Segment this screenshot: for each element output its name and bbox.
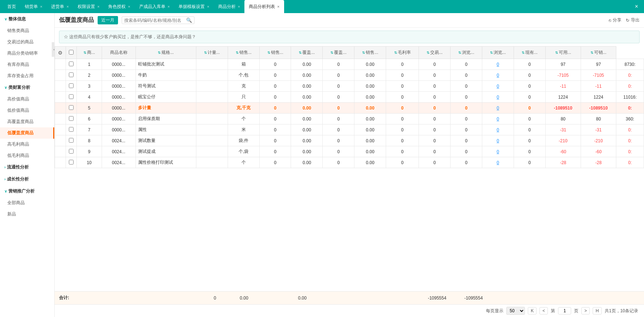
td-browse1[interactable]: 0 [482, 157, 514, 168]
close-icon-role[interactable]: × [128, 4, 130, 9]
sidebar-collapse-btn[interactable]: « [52, 42, 55, 57]
sidebar-item-high-value[interactable]: 高价值商品 [0, 94, 54, 105]
nav-item-home[interactable]: 首页 [3, 0, 20, 13]
nav-item-finished[interactable]: 产成品入库单 × [135, 0, 174, 13]
td-sales2: 0.00 [291, 124, 323, 135]
td-sales2: 0.00 [291, 103, 323, 114]
select-all-checkbox[interactable] [69, 50, 74, 55]
td-checkbox[interactable] [66, 146, 77, 157]
td-cover1: 0 [323, 146, 354, 157]
td-browse1[interactable]: 0 [482, 114, 514, 124]
close-icon-finished[interactable]: × [168, 4, 170, 9]
th-stock1[interactable]: ⇅现有... [514, 47, 545, 59]
td-checkbox[interactable] [66, 157, 77, 168]
th-stock3[interactable]: ⇅可销... [581, 47, 616, 59]
table-row: 6 0000... 启用保质期 个 0 0.00 0 0.00 0 0 0 0 … [55, 114, 644, 124]
th-code[interactable]: ⇅商... [77, 47, 102, 59]
sidebar-section-growth[interactable]: › 成长性分析 [0, 173, 54, 185]
table-wrapper[interactable]: ⚙ ⇅商... 商品名称 ⇅规格... ⇅计量... ⇅销售... ⇅销售...… [55, 46, 644, 291]
next-page-btn[interactable]: > [581, 307, 590, 314]
sidebar-section-wealth[interactable]: ∨ 类财富分析 [0, 82, 54, 94]
sidebar-item-low-value[interactable]: 低价值商品 [0, 105, 54, 116]
th-checkbox[interactable] [66, 47, 77, 59]
page-input[interactable] [558, 307, 571, 314]
sidebar-section-circulation[interactable]: › 流通性分析 [0, 161, 54, 173]
first-page-btn[interactable]: K [528, 307, 537, 314]
sidebar-section-overall[interactable]: ∨ 整体信息 [0, 13, 54, 25]
sidebar-item-category-rate[interactable]: 商品分类动销率 [0, 48, 54, 59]
th-cover2[interactable]: ⇅覆盖... [323, 47, 354, 59]
sidebar-item-traded-goods[interactable]: 交易过的商品 [0, 36, 54, 48]
prev-page-btn[interactable]: < [539, 307, 548, 314]
nav-item-template[interactable]: 单据模板设置 × [174, 0, 213, 13]
td-checkbox[interactable] [66, 92, 77, 103]
close-icon-permission[interactable]: × [97, 4, 99, 9]
nav-item-purchase[interactable]: 进货单 × [47, 0, 73, 13]
td-checkbox[interactable] [66, 59, 77, 70]
nav-item-role[interactable]: 角色授权 × [104, 0, 134, 13]
sidebar-item-high-coverage[interactable]: 高覆盖度商品 [0, 116, 54, 127]
gear-icon[interactable]: ⚙ [58, 50, 63, 56]
th-gear[interactable]: ⚙ [55, 47, 66, 59]
td-sales3: 0 [386, 135, 419, 146]
sidebar-item-high-profit[interactable]: 高毛利商品 [0, 139, 54, 150]
th-browse1[interactable]: ⇅浏览... [451, 47, 482, 59]
page-size-select[interactable]: 50 20 100 200 [506, 307, 525, 315]
td-browse1[interactable]: 0 [482, 81, 514, 92]
td-checkbox[interactable] [66, 103, 77, 114]
close-icon-sales[interactable]: × [40, 4, 42, 9]
sidebar-item-in-stock[interactable]: 有库存商品 [0, 59, 54, 70]
nav-item-analysis-list[interactable]: 商品分析列表 × [244, 0, 284, 13]
share-btn[interactable]: ⎋ 分享 [609, 17, 621, 23]
td-no: 2 [77, 70, 102, 81]
nav-item-sales[interactable]: 销货单 × [20, 0, 47, 13]
th-sales2[interactable]: ⇅销售... [259, 47, 291, 59]
th-stock2[interactable]: ⇅可用... [545, 47, 581, 59]
th-spec[interactable]: ⇅规格... [136, 47, 196, 59]
close-icon-analysis[interactable]: × [238, 4, 240, 9]
td-browse1[interactable]: 0 [482, 135, 514, 146]
td-checkbox[interactable] [66, 81, 77, 92]
td-browse1[interactable]: 0 [482, 59, 514, 70]
td-stock3: 0: [616, 103, 644, 114]
td-browse1[interactable]: 0 [482, 103, 514, 114]
th-browse2[interactable]: ⇅浏览... [482, 47, 514, 59]
content-area: 低覆盖度商品 近一月 🔍 ⎋ 分享 ↻ 导出 ☆ 这些商品只有很少客户购买过，是… [55, 13, 644, 317]
sidebar-section-marketing[interactable]: ∨ 营销推广分析 [0, 185, 54, 197]
td-browse1[interactable]: 0 [482, 70, 514, 81]
td-checkbox[interactable] [66, 135, 77, 146]
close-icon-purchase[interactable]: × [66, 4, 68, 9]
export-btn[interactable]: ↻ 导出 [626, 17, 640, 23]
sidebar-item-all-goods[interactable]: 全部商品 [0, 197, 54, 209]
th-trade[interactable]: ⇅交易... [419, 47, 451, 59]
th-sales1[interactable]: ⇅销售... [228, 47, 259, 59]
close-icon-template[interactable]: × [207, 4, 209, 9]
td-browse1[interactable]: 0 [482, 146, 514, 157]
nav-item-permission[interactable]: 权限设置 × [73, 0, 104, 13]
td-cover1: 0 [323, 124, 354, 135]
nav-item-analysis[interactable]: 商品分析 × [214, 0, 244, 13]
search-input[interactable] [124, 18, 186, 23]
td-checkbox[interactable] [66, 124, 77, 135]
sidebar-item-new-goods[interactable]: 新品 [0, 209, 54, 220]
td-checkbox[interactable] [66, 70, 77, 81]
td-sales1: 0 [259, 70, 291, 81]
sidebar-item-capital[interactable]: 库存资金占用 [0, 70, 54, 82]
td-browse1[interactable]: 0 [482, 92, 514, 103]
th-cover1[interactable]: ⇅覆盖... [291, 47, 323, 59]
sidebar-item-sales-goods[interactable]: 销售类商品 [0, 25, 54, 36]
period-btn[interactable]: 近一月 [98, 16, 118, 24]
nav-label-home: 首页 [7, 4, 16, 10]
last-page-btn[interactable]: H [593, 307, 602, 314]
sidebar-item-low-coverage[interactable]: 低覆盖度商品 [0, 127, 54, 139]
sidebar-item-low-profit[interactable]: 低毛利商品 [0, 150, 54, 161]
th-name: 商品名称 [102, 47, 136, 59]
th-gross[interactable]: ⇅毛利率 [386, 47, 419, 59]
td-browse1[interactable]: 0 [482, 124, 514, 135]
th-unit[interactable]: ⇅计量... [196, 47, 228, 59]
nav-close-all[interactable]: × [632, 3, 641, 10]
th-sales3[interactable]: ⇅销售... [354, 47, 386, 59]
td-checkbox[interactable] [66, 114, 77, 124]
close-icon-analysis-list[interactable]: × [277, 4, 279, 9]
td-gross: 0 [419, 146, 451, 157]
